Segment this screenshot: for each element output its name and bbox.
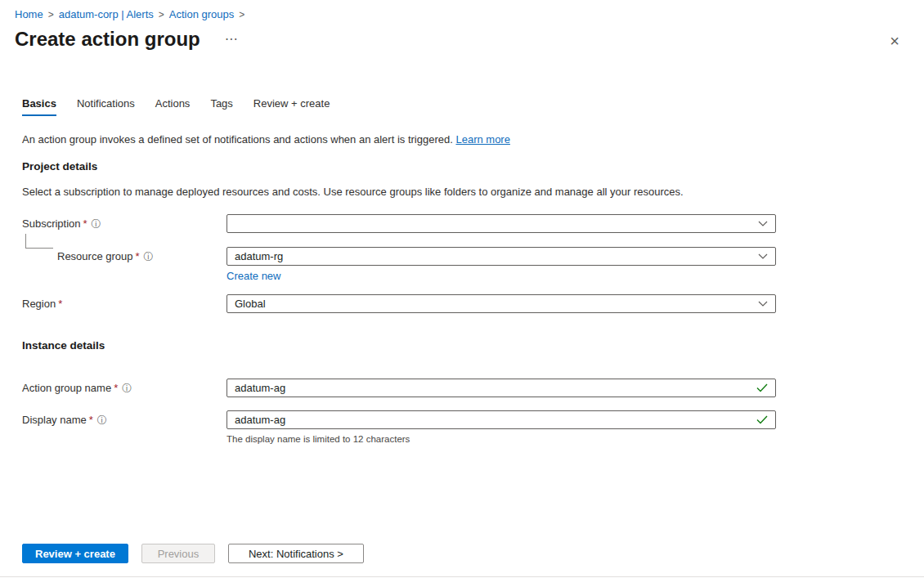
region-value: Global bbox=[235, 298, 266, 310]
resource-group-label-group: Resource group*ⓘ bbox=[22, 247, 227, 283]
review-create-button[interactable]: Review + create bbox=[22, 544, 128, 563]
tab-tags[interactable]: Tags bbox=[210, 97, 232, 116]
breadcrumb-separator-icon: > bbox=[159, 9, 164, 20]
region-label-group: Region* bbox=[22, 294, 227, 313]
action-group-name-label: Action group name bbox=[22, 382, 111, 394]
previous-button[interactable]: Previous bbox=[141, 544, 215, 563]
bottom-divider bbox=[0, 576, 924, 577]
project-details-description: Select a subscription to manage deployed… bbox=[22, 186, 902, 198]
valid-checkmark-icon bbox=[756, 383, 768, 392]
footer-actions: Review + create Previous Next: Notificat… bbox=[22, 544, 364, 563]
section-heading-instance-details: Instance details bbox=[22, 339, 902, 352]
instance-details-form: Action group name*ⓘ Display name*ⓘ The d… bbox=[22, 379, 902, 444]
region-dropdown[interactable]: Global bbox=[227, 294, 776, 313]
region-row: Region* Global bbox=[22, 294, 902, 313]
page-title: Create action group bbox=[15, 28, 200, 51]
display-name-input[interactable] bbox=[235, 411, 756, 428]
project-details-form: Subscription*ⓘ Resource group*ⓘ adatum-r… bbox=[22, 214, 902, 313]
subscription-row: Subscription*ⓘ bbox=[22, 214, 902, 233]
action-group-name-input-wrapper bbox=[227, 379, 776, 397]
action-group-name-label-group: Action group name*ⓘ bbox=[22, 379, 227, 397]
create-new-link[interactable]: Create new bbox=[227, 270, 280, 282]
tab-bar: Basics Notifications Actions Tags Review… bbox=[22, 97, 902, 116]
breadcrumb-separator-icon: > bbox=[48, 9, 54, 20]
breadcrumb-separator-icon: > bbox=[239, 9, 244, 20]
action-group-name-input[interactable] bbox=[235, 379, 756, 397]
display-name-helper-text: The display name is limited to 12 charac… bbox=[227, 434, 776, 444]
next-notifications-button[interactable]: Next: Notifications > bbox=[228, 544, 364, 563]
action-group-name-row: Action group name*ⓘ bbox=[22, 379, 902, 397]
required-marker: * bbox=[136, 250, 140, 262]
indent-connector-line bbox=[25, 234, 53, 249]
tab-notifications[interactable]: Notifications bbox=[77, 97, 135, 116]
subscription-label: Subscription bbox=[22, 217, 81, 230]
display-name-input-wrapper bbox=[227, 410, 776, 429]
display-name-label-group: Display name*ⓘ bbox=[22, 410, 227, 444]
required-marker: * bbox=[114, 382, 118, 394]
required-marker: * bbox=[89, 414, 93, 426]
page-header: Create action group ⋯ × bbox=[0, 20, 924, 51]
info-icon[interactable]: ⓘ bbox=[122, 383, 132, 394]
breadcrumb: Home>adatum-corp | Alerts>Action groups> bbox=[0, 0, 924, 20]
info-icon[interactable]: ⓘ bbox=[92, 218, 101, 230]
info-icon[interactable]: ⓘ bbox=[144, 251, 154, 262]
valid-checkmark-icon bbox=[756, 415, 768, 424]
chevron-down-icon bbox=[758, 301, 768, 307]
required-marker: * bbox=[83, 217, 87, 230]
breadcrumb-link-home[interactable]: Home bbox=[15, 8, 43, 20]
chevron-down-icon bbox=[758, 253, 768, 259]
tab-review-create[interactable]: Review + create bbox=[253, 97, 330, 116]
intro-text: An action group invokes a defined set of… bbox=[22, 133, 453, 146]
more-options-icon[interactable]: ⋯ bbox=[225, 33, 238, 46]
region-label: Region bbox=[22, 298, 56, 310]
section-heading-project-details: Project details bbox=[22, 160, 902, 173]
breadcrumb-link-alerts[interactable]: adatum-corp | Alerts bbox=[59, 8, 154, 20]
display-name-row: Display name*ⓘ The display name is limit… bbox=[22, 410, 902, 444]
learn-more-link[interactable]: Learn more bbox=[455, 133, 509, 146]
resource-group-dropdown[interactable]: adatum-rg bbox=[227, 247, 776, 266]
tab-basics[interactable]: Basics bbox=[22, 97, 56, 116]
required-marker: * bbox=[58, 298, 62, 310]
subscription-dropdown[interactable] bbox=[227, 214, 776, 233]
info-icon[interactable]: ⓘ bbox=[97, 414, 107, 426]
subscription-label-group: Subscription*ⓘ bbox=[22, 214, 227, 233]
resource-group-label: Resource group bbox=[57, 250, 133, 262]
display-name-label: Display name bbox=[22, 414, 87, 426]
resource-group-row: Resource group*ⓘ adatum-rg Create new bbox=[22, 247, 902, 283]
tab-actions[interactable]: Actions bbox=[155, 97, 191, 116]
breadcrumb-link-action-groups[interactable]: Action groups bbox=[169, 8, 235, 20]
resource-group-value: adatum-rg bbox=[235, 250, 283, 262]
chevron-down-icon bbox=[758, 221, 768, 226]
close-icon[interactable]: × bbox=[890, 33, 899, 49]
